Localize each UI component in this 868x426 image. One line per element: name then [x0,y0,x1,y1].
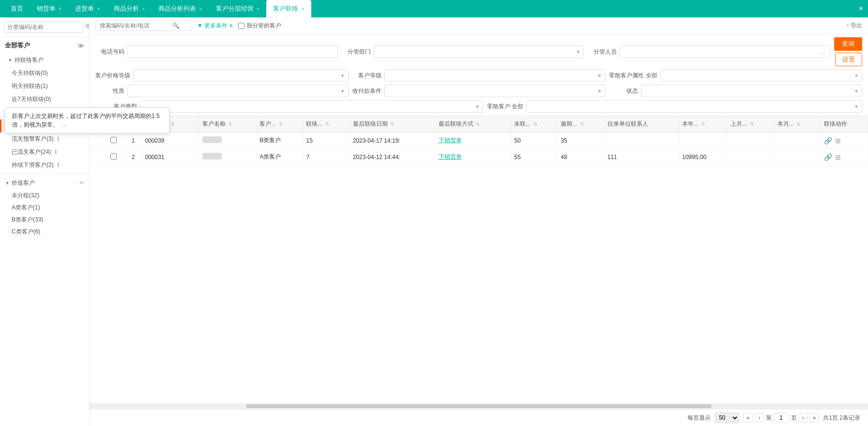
year-sort[interactable]: ⇅ [701,121,705,127]
nav-customer-contact[interactable]: 客户联络 × [266,0,311,17]
next-page-button[interactable]: › [799,413,807,423]
price-grade-select[interactable]: ▼ [133,69,349,82]
nav-product-analysis-close[interactable]: × [142,6,145,12]
contact-sort[interactable]: ⇅ [325,121,329,127]
row2-last-date: 2023-04-12 14:44: [350,149,435,165]
sidebar-week-pending[interactable]: 近7天待联络(0) [0,93,89,106]
nav-customer-contact-close[interactable]: × [301,6,304,12]
close-window-button[interactable]: × [859,4,863,13]
customer-type-select[interactable]: ▼ [140,100,483,113]
search-button[interactable]: 🔍 [172,22,180,29]
sidebar-class-a[interactable]: A类客户(1) [0,202,89,214]
first-page-button[interactable]: « [743,413,753,423]
retail-attr-select[interactable]: ▼ [660,69,862,82]
search-input[interactable] [100,22,172,29]
retail-customer-label: 零散客户 全部 [487,103,523,111]
tooltip-box: 距客户上次交易时长，超过了此客户的平均交易周期的1.5倍，则视为异常。 ... [90,107,169,133]
row1-checkbox[interactable] [110,137,117,143]
collapse-icon[interactable]: ≫ [77,42,84,49]
value-group-edit[interactable]: ✏ [79,179,84,186]
sidebar-class-b[interactable]: B类客户(33) [0,214,89,226]
settings-button[interactable]: 设置 [835,53,862,66]
row2-action-grid[interactable]: ⊞ [835,153,841,161]
nature-select[interactable]: ▼ [127,85,349,97]
customer-grade-select[interactable]: ▼ [384,69,606,82]
nav-product-list-close[interactable]: × [199,6,202,12]
page-size-select[interactable]: 50 100 200 [715,412,739,423]
export-button[interactable]: ↑ 导出 [846,22,862,30]
my-customers-check[interactable] [238,23,244,29]
sidebar-class-c[interactable]: C类客户(6) [0,226,89,238]
name-sort[interactable]: ⇅ [228,121,232,127]
dept-caret: ▼ [576,49,580,55]
sidebar-lost-risk[interactable]: 流失预警客户(3) ℹ [0,132,89,146]
date-sort[interactable]: ⇅ [390,121,394,127]
row1-code[interactable]: 000039 [142,132,199,149]
dept-select[interactable]: ▼ [374,45,584,58]
row2-check[interactable] [107,149,124,165]
payment-select[interactable]: ▼ [384,85,606,97]
total-pages-label: 共1页 2条记录 [823,414,860,422]
row2-action-link[interactable]: 🔗 [824,153,832,161]
nav-product-analysis[interactable]: 商品分析 × [107,0,152,17]
nav-home[interactable]: 首页 [4,0,30,17]
query-button[interactable]: 查询 [834,37,862,51]
manager-select[interactable]: ... [620,45,830,58]
sidebar-continuous-down[interactable]: 持续下滑客户(2) ℹ [0,159,89,172]
method-sort[interactable]: ⇅ [476,121,480,127]
more-caret: ∧ [229,22,233,29]
sidebar-search-input[interactable] [4,21,83,33]
row2-code[interactable]: 000031 [142,149,199,165]
last-page-button[interactable]: » [809,413,820,423]
this-month-sort[interactable]: ⇅ [796,121,800,127]
row2-this-month [774,149,821,165]
nav-purchase[interactable]: 进货单 × [68,0,107,17]
sidebar-today-pending[interactable]: 今天待联络(0) [0,67,89,80]
row2-name[interactable] [199,149,256,165]
nav-purchase-close[interactable]: × [97,6,100,12]
customer-grade-caret: ▼ [597,73,602,78]
prev-page-button[interactable]: ‹ [755,413,764,423]
row1-type: B类客户 [257,132,303,149]
row1-action-link[interactable]: 🔗 [824,137,832,145]
sidebar-ungrouped[interactable]: 未分组(32) [0,190,89,202]
nav-customer-tier[interactable]: 客户分层经营 × [209,0,266,17]
row2-last-method[interactable]: 下销货单 [435,149,511,165]
sidebar-tomorrow-pending[interactable]: 明天待联络(1) [0,80,89,93]
nav-sales[interactable]: 销货单 × [30,0,68,17]
sidebar-all-customers[interactable]: 全部客户 ≫ [0,37,89,54]
sidebar-value-group[interactable]: ▼ 价值客户 ✏ [0,176,89,190]
scrollbar-thumb[interactable] [246,404,712,408]
type-sort[interactable]: ⇅ [279,121,283,127]
nature-field: 性质 ▼ [95,85,349,97]
search-box[interactable]: 🔍 [95,20,192,31]
nav-sales-close[interactable]: × [59,6,61,12]
row2-checkbox[interactable] [110,153,117,160]
retail-attr-label: 零散客户属性 全部 [609,72,657,80]
sidebar-pending-contact-group[interactable]: ▼ 待联络客户 [0,54,89,67]
code-sort[interactable]: ⇅ [171,121,175,127]
sidebar: 🔍 全部客户 ≫ ▼ 待联络客户 今天待联络(0) 明天待联络(1) 近7天待联… [0,17,90,426]
sidebar-search-icon[interactable]: 🔍 [85,24,90,30]
row2-contact: 7 [303,149,350,165]
phone-input[interactable] [127,45,338,58]
page-number-input[interactable] [774,413,789,423]
horizontal-scrollbar[interactable] [90,403,868,409]
more-conditions-button[interactable]: ▼ 更多条件 ∧ [197,22,233,30]
retail-customer-select[interactable]: ▼ [526,100,862,113]
nav-product-list[interactable]: 商品分析列表 × [152,0,209,17]
filter-bar: 🔍 ▼ 更多条件 ∧ 我分管的客户 ↑ 导出 [90,17,868,34]
content-area: 🔍 ▼ 更多条件 ∧ 我分管的客户 ↑ 导出 电话号码 [90,17,868,426]
sidebar-already-lost[interactable]: 已流失客户(24) ℹ [0,146,89,159]
overdue-sort[interactable]: ⇅ [580,121,584,127]
not-contact-sort[interactable]: ⇅ [533,121,537,127]
my-customers-checkbox[interactable]: 我分管的客户 [238,22,281,30]
nav-customer-tier-close[interactable]: × [257,6,259,12]
status-select[interactable]: ▼ [641,85,862,97]
manager-dots[interactable]: ... [820,48,825,55]
row1-last-method[interactable]: 下销货单 [435,132,511,149]
row1-name[interactable] [199,132,256,149]
last-month-sort[interactable]: ⇅ [750,121,754,127]
row1-action-grid[interactable]: ⊞ [835,137,841,145]
row1-check[interactable] [107,132,124,149]
